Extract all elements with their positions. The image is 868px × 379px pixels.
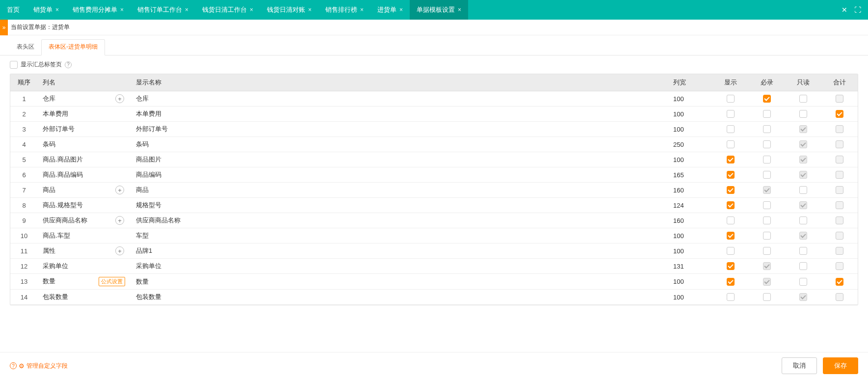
cell-width[interactable]: 100 bbox=[668, 305, 712, 305]
top-tab-2[interactable]: 销售费用分摊单× bbox=[66, 0, 131, 20]
cell-display[interactable]: 条码 bbox=[131, 137, 668, 152]
cell-display[interactable]: 仓库 bbox=[131, 91, 668, 107]
checkbox-required[interactable] bbox=[763, 232, 771, 240]
checkbox-required[interactable] bbox=[763, 217, 771, 224]
section-tab-1[interactable]: 表体区-进货单明细 bbox=[41, 39, 105, 55]
top-tab-5[interactable]: 钱货日清对账× bbox=[260, 0, 318, 20]
table-row[interactable]: 8商品.规格型号规格型号124 bbox=[10, 198, 858, 213]
collapse-toggle-icon[interactable]: » bbox=[0, 20, 8, 35]
close-icon[interactable]: × bbox=[308, 6, 312, 13]
top-tab-7[interactable]: 进货单× bbox=[370, 0, 410, 20]
formula-button[interactable]: 公式设置 bbox=[99, 277, 125, 286]
close-icon[interactable]: × bbox=[399, 6, 403, 13]
top-tab-6[interactable]: 销售排行榜× bbox=[318, 0, 370, 20]
close-icon[interactable]: × bbox=[250, 6, 253, 13]
add-icon[interactable]: + bbox=[115, 186, 124, 194]
add-icon[interactable]: + bbox=[115, 94, 124, 103]
checkbox-readonly[interactable] bbox=[799, 278, 807, 286]
help-icon[interactable]: ? bbox=[65, 61, 72, 68]
checkbox-required[interactable] bbox=[763, 110, 771, 118]
table-row[interactable]: 5商品.商品图片商品图片100 bbox=[10, 152, 858, 167]
cell-display[interactable]: 车型 bbox=[131, 228, 668, 244]
cell-width[interactable]: 100 bbox=[668, 228, 712, 244]
checkbox-required[interactable] bbox=[763, 171, 771, 179]
close-icon[interactable]: × bbox=[120, 6, 124, 13]
checkbox-show[interactable] bbox=[727, 171, 735, 179]
checkbox-show[interactable] bbox=[727, 247, 735, 255]
checkbox-show[interactable] bbox=[727, 95, 735, 103]
checkbox-readonly[interactable] bbox=[799, 247, 807, 255]
table-row[interactable]: 1仓库+仓库100 bbox=[10, 91, 858, 107]
cell-display[interactable]: 数量 bbox=[131, 274, 668, 290]
checkbox-show[interactable] bbox=[727, 110, 735, 118]
cell-width[interactable]: 160 bbox=[668, 213, 712, 228]
checkbox-show[interactable] bbox=[727, 293, 735, 301]
checkbox-readonly[interactable] bbox=[799, 186, 807, 194]
checkbox-readonly[interactable] bbox=[799, 217, 807, 224]
table-row[interactable]: 11属性+品牌1100 bbox=[10, 244, 858, 259]
checkbox-required[interactable] bbox=[763, 247, 771, 255]
table-row[interactable]: 3外部订单号外部订单号100 bbox=[10, 122, 858, 137]
cell-width[interactable]: 100 bbox=[668, 244, 712, 259]
cell-width[interactable]: 131 bbox=[668, 259, 712, 274]
cell-display[interactable]: 商品编码 bbox=[131, 167, 668, 183]
close-all-icon[interactable]: ✕ bbox=[842, 6, 847, 14]
close-icon[interactable]: × bbox=[360, 6, 364, 13]
fullscreen-icon[interactable]: ⛶ bbox=[854, 6, 861, 14]
table-row[interactable]: 14包装数量包装数量100 bbox=[10, 290, 858, 305]
cell-display[interactable]: 规格型号 bbox=[131, 198, 668, 213]
checkbox-show[interactable] bbox=[727, 217, 735, 224]
table-row[interactable]: 13数量公式设置数量100 bbox=[10, 274, 858, 290]
top-tab-4[interactable]: 钱货日清工作台× bbox=[195, 0, 260, 20]
cell-width[interactable]: 165 bbox=[668, 167, 712, 183]
checkbox-required[interactable] bbox=[763, 140, 771, 148]
cell-display[interactable]: 单位2 bbox=[131, 305, 668, 305]
checkbox-total[interactable] bbox=[836, 278, 843, 286]
table-row[interactable]: 4条码条码250 bbox=[10, 137, 858, 152]
checkbox-show[interactable] bbox=[727, 186, 735, 194]
summary-checkbox[interactable] bbox=[10, 61, 18, 69]
cell-width[interactable]: 100 bbox=[668, 122, 712, 137]
cell-display[interactable]: 采购单位 bbox=[131, 259, 668, 274]
cell-width[interactable]: 124 bbox=[668, 198, 712, 213]
checkbox-required[interactable] bbox=[763, 95, 771, 103]
top-tab-8[interactable]: 单据模板设置× bbox=[410, 0, 468, 20]
checkbox-readonly[interactable] bbox=[799, 95, 807, 103]
table-row[interactable]: 2本单费用本单费用100 bbox=[10, 107, 858, 122]
checkbox-show[interactable] bbox=[727, 156, 735, 163]
table-scroll[interactable]: 顺序 列名 显示名称 列宽 显示 必录 只读 合计 1仓库+仓库1002本单费用… bbox=[10, 74, 858, 305]
top-tab-0[interactable]: 首页 bbox=[0, 0, 26, 20]
cell-width[interactable]: 100 bbox=[668, 91, 712, 107]
close-icon[interactable]: × bbox=[185, 6, 188, 13]
checkbox-show[interactable] bbox=[727, 201, 735, 209]
cell-width[interactable]: 250 bbox=[668, 137, 712, 152]
cell-display[interactable]: 品牌1 bbox=[131, 244, 668, 259]
cell-width[interactable]: 100 bbox=[668, 290, 712, 305]
table-row[interactable]: 6商品.商品编码商品编码165 bbox=[10, 167, 858, 183]
checkbox-show[interactable] bbox=[727, 232, 735, 240]
table-row[interactable]: 12采购单位采购单位131 bbox=[10, 259, 858, 274]
cell-width[interactable]: 100 bbox=[668, 152, 712, 167]
cell-display[interactable]: 本单费用 bbox=[131, 107, 668, 122]
cell-display[interactable]: 供应商商品名称 bbox=[131, 213, 668, 228]
checkbox-required[interactable] bbox=[763, 293, 771, 301]
checkbox-total[interactable] bbox=[836, 110, 843, 118]
table-row[interactable]: 10商品.车型车型100 bbox=[10, 228, 858, 244]
checkbox-readonly[interactable] bbox=[799, 110, 807, 118]
table-row[interactable]: 7商品+商品160 bbox=[10, 183, 858, 198]
table-row[interactable]: 9供应商商品名称+供应商商品名称160 bbox=[10, 213, 858, 228]
checkbox-required[interactable] bbox=[763, 156, 771, 163]
checkbox-readonly[interactable] bbox=[799, 262, 807, 270]
top-tab-1[interactable]: 销货单× bbox=[26, 0, 66, 20]
add-icon[interactable]: + bbox=[115, 246, 124, 255]
section-tab-0[interactable]: 表头区 bbox=[10, 40, 41, 55]
cell-width[interactable]: 100 bbox=[668, 107, 712, 122]
cell-display[interactable]: 包装数量 bbox=[131, 290, 668, 305]
checkbox-show[interactable] bbox=[727, 140, 735, 148]
close-icon[interactable]: × bbox=[458, 6, 461, 13]
add-icon[interactable]: + bbox=[115, 216, 124, 225]
cell-display[interactable]: 商品图片 bbox=[131, 152, 668, 167]
checkbox-show[interactable] bbox=[727, 125, 735, 133]
cell-width[interactable]: 160 bbox=[668, 183, 712, 198]
checkbox-required[interactable] bbox=[763, 201, 771, 209]
